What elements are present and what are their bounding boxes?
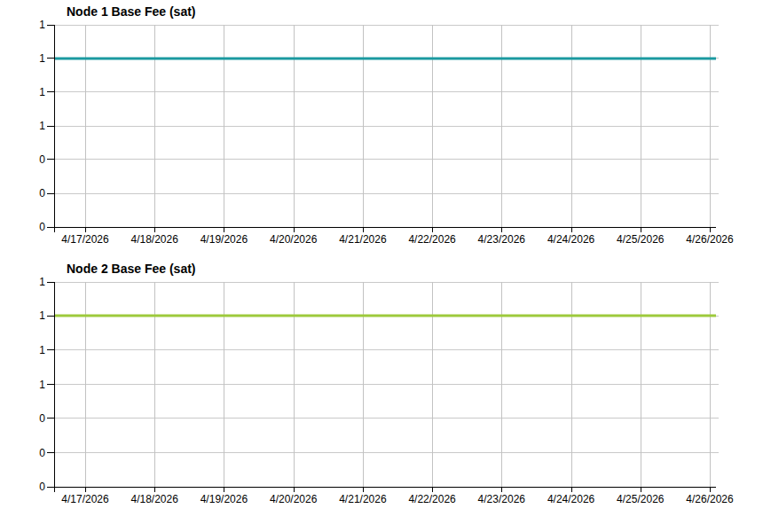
y-axis-tick [47,418,54,419]
y-tick-label: 0 [8,413,45,424]
vertical-gridline [85,25,86,227]
series-line [55,315,716,317]
y-axis-tick [47,282,54,283]
y-axis-tick [47,159,54,160]
y-tick-label: 0 [8,448,45,458]
x-tick-label: 4/20/2026 [270,494,317,505]
y-tick-label: 1 [8,121,45,131]
vertical-gridline [432,282,433,487]
y-tick-label: 1 [8,277,45,287]
x-tick-label: 4/25/2026 [617,494,664,505]
x-axis-tick [641,228,641,232]
x-tick-label: 4/19/2026 [201,494,248,505]
x-tick-label: 4/18/2026 [130,234,177,245]
vertical-gridline [432,25,433,227]
x-axis-tick [501,228,502,232]
y-tick-label: 0 [8,222,45,232]
plot-area: 11110004/17/20264/18/20264/19/20264/20/2… [54,25,716,228]
vertical-gridline [710,25,711,227]
y-axis-tick [47,58,54,59]
vertical-gridline [154,282,155,487]
y-tick-label: 0 [8,481,45,492]
y-axis-bottom-tick [54,488,55,492]
x-tick-label: 4/24/2026 [547,494,594,505]
y-axis-tick [47,25,54,26]
y-axis-tick [47,91,54,92]
x-tick-label: 4/23/2026 [478,494,525,505]
vertical-gridline [641,282,641,487]
y-tick-label: 1 [8,87,45,98]
x-tick-label: 4/17/2026 [61,234,108,245]
x-tick-label: 4/26/2026 [686,234,733,245]
x-axis-tick [294,488,295,492]
x-axis-tick [224,228,224,232]
x-axis-tick [641,488,641,492]
x-axis-tick [154,488,155,492]
vertical-gridline [294,25,295,227]
vertical-gridline [710,282,711,487]
x-axis-tick [501,488,502,492]
vertical-gridline [363,25,364,227]
series-line [55,57,716,59]
plot-area: 11110004/17/20264/18/20264/19/20264/20/2… [54,282,716,488]
x-axis-tick [85,488,86,492]
vertical-gridline [571,25,572,227]
x-axis-tick [363,228,364,232]
y-axis-tick [47,227,54,228]
x-axis-tick [710,488,711,492]
y-tick-label: 0 [8,188,45,199]
x-tick-label: 4/24/2026 [547,234,594,245]
x-axis-tick [224,488,224,492]
y-axis-tick [47,316,54,317]
y-tick-label: 0 [8,154,45,165]
x-axis-tick [85,228,86,232]
vertical-gridline [363,282,364,487]
x-axis-tick [363,488,364,492]
x-tick-label: 4/23/2026 [478,234,525,245]
y-axis-bottom-tick [54,228,55,232]
x-axis-tick [154,228,155,232]
y-tick-label: 1 [8,310,45,321]
chart-title: Node 1 Base Fee (sat) [67,4,196,19]
x-tick-label: 4/21/2026 [339,494,386,505]
x-axis-tick [432,228,433,232]
y-axis-tick [47,349,54,350]
chart-node2-base-fee: Node 2 Base Fee (sat) 11110004/17/20264/… [0,257,763,532]
vertical-gridline [85,282,86,487]
x-tick-label: 4/22/2026 [408,234,455,245]
y-axis-tick [47,452,54,453]
y-axis-tick [47,126,54,127]
x-tick-label: 4/18/2026 [130,494,177,505]
x-tick-label: 4/26/2026 [686,494,733,505]
y-tick-label: 1 [8,345,45,356]
x-tick-label: 4/20/2026 [270,234,317,245]
x-axis-tick [571,228,572,232]
vertical-gridline [501,25,502,227]
vertical-gridline [571,282,572,487]
y-axis-tick [47,487,54,488]
y-tick-label: 1 [8,20,45,30]
x-tick-label: 4/19/2026 [201,234,248,245]
x-axis-tick [571,488,572,492]
x-tick-label: 4/17/2026 [61,494,108,505]
vertical-gridline [224,282,224,487]
vertical-gridline [154,25,155,227]
y-tick-label: 1 [8,53,45,64]
x-axis-tick [710,228,711,232]
x-tick-label: 4/22/2026 [408,494,455,505]
x-tick-label: 4/25/2026 [617,234,664,245]
vertical-gridline [224,25,224,227]
y-tick-label: 1 [8,379,45,390]
y-axis-tick [47,384,54,385]
vertical-gridline [501,282,502,487]
x-axis-tick [294,228,295,232]
vertical-gridline [641,25,641,227]
x-tick-label: 4/21/2026 [339,234,386,245]
chart-node1-base-fee: Node 1 Base Fee (sat) 11110004/17/20264/… [0,0,763,257]
y-axis-tick [47,193,54,194]
vertical-gridline [294,282,295,487]
chart-title: Node 2 Base Fee (sat) [67,262,196,276]
x-axis-tick [432,488,433,492]
